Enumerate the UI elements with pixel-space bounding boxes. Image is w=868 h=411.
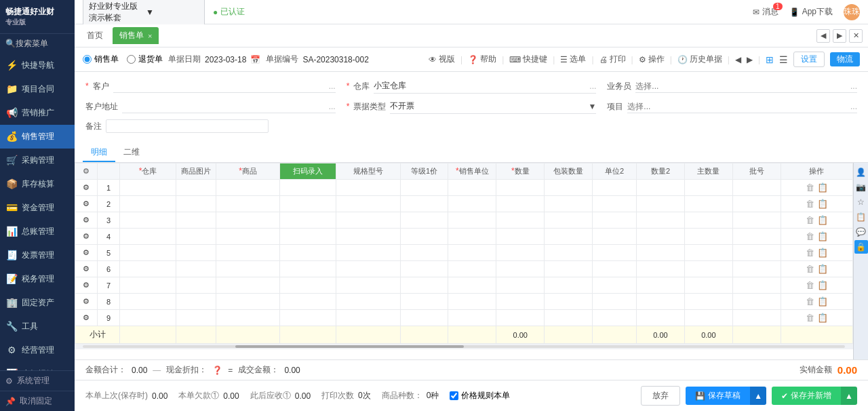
row-grade[interactable] xyxy=(400,229,448,245)
row-action[interactable]: 🗑 📋 xyxy=(781,212,852,229)
tab-detail[interactable]: 明细 xyxy=(83,144,115,162)
note-input[interactable] xyxy=(106,119,269,133)
row-spec[interactable] xyxy=(336,196,401,212)
row-qty[interactable] xyxy=(496,294,545,310)
row-pack[interactable] xyxy=(545,310,593,326)
row-pack[interactable] xyxy=(545,180,593,196)
row-spec[interactable] xyxy=(336,180,401,196)
row-spec[interactable] xyxy=(336,212,401,229)
row-action[interactable]: 🗑 📋 xyxy=(781,196,852,212)
rp-user-icon[interactable]: 👤 xyxy=(854,165,868,179)
rp-chat-icon[interactable]: 💬 xyxy=(854,225,868,239)
save-new-arrow-btn[interactable]: ▲ xyxy=(841,387,857,405)
grid-icon[interactable]: ⊞ xyxy=(766,54,774,65)
row-batch-enter[interactable] xyxy=(280,277,336,294)
row-batch[interactable] xyxy=(732,310,781,326)
delete-icon[interactable]: 🗑 xyxy=(806,231,814,241)
print-btn[interactable]: 🖨 打印 xyxy=(599,54,626,65)
row-goods[interactable] xyxy=(216,310,280,326)
row-batch[interactable] xyxy=(732,196,781,212)
company-selector[interactable]: 好业财专业版演示帐套 ▼ xyxy=(83,0,205,26)
row-unit[interactable] xyxy=(448,212,496,229)
row-img[interactable] xyxy=(176,212,216,229)
copy-icon[interactable]: 📋 xyxy=(817,264,828,274)
messages-btn[interactable]: ✉ 1 消息 xyxy=(753,6,778,18)
sidebar-item-finance[interactable]: 💳 资金管理 xyxy=(0,196,75,220)
rp-lock-icon[interactable]: 🔒 xyxy=(854,240,868,254)
row-qty2[interactable] xyxy=(637,277,685,294)
sidebar-item-tools[interactable]: 🔧 工具 xyxy=(0,315,75,338)
col-batch-enter-header[interactable]: 扫码录入 xyxy=(280,163,336,180)
row-batch[interactable] xyxy=(732,229,781,245)
radio-sales-input[interactable] xyxy=(83,55,92,64)
row-img[interactable] xyxy=(176,196,216,212)
delete-icon[interactable]: 🗑 xyxy=(806,313,814,323)
row-pack[interactable] xyxy=(545,196,593,212)
help-btn[interactable]: ❓ 帮助 xyxy=(468,54,496,65)
shortcuts-btn[interactable]: ⌨ 快捷键 xyxy=(509,54,547,65)
sidebar-item-marketing[interactable]: 📢 营销推广 xyxy=(0,101,75,125)
row-warehouse[interactable] xyxy=(120,261,176,277)
row-gear[interactable]: ⚙ xyxy=(75,261,98,277)
scrollbar[interactable] xyxy=(75,344,853,349)
row-grade[interactable] xyxy=(400,294,448,310)
row-pack[interactable] xyxy=(545,245,593,261)
row-batch-enter[interactable] xyxy=(280,310,336,326)
warehouse-dots[interactable]: ... xyxy=(589,81,596,91)
row-goods[interactable] xyxy=(216,212,280,229)
row-qty2[interactable] xyxy=(637,196,685,212)
row-gear[interactable]: ⚙ xyxy=(75,245,98,261)
row-warehouse[interactable] xyxy=(120,212,176,229)
row-action[interactable]: 🗑 📋 xyxy=(781,261,852,277)
history-btn[interactable]: 🕐 历史单据 xyxy=(677,54,722,65)
row-unit[interactable] xyxy=(448,180,496,196)
row-spec[interactable] xyxy=(336,277,401,294)
sidebar-item-reports[interactable]: 📈 小畅报销 xyxy=(0,362,75,370)
row-warehouse[interactable] xyxy=(120,229,176,245)
row-action[interactable]: 🗑 📋 xyxy=(781,310,852,326)
sidebar-unpin[interactable]: 📌 取消固定 xyxy=(0,391,75,411)
draft-arrow-btn[interactable]: ▲ xyxy=(750,387,766,405)
row-qty[interactable] xyxy=(496,261,545,277)
sidebar-item-sales[interactable]: 💰 销售管理 xyxy=(0,125,75,149)
save-new-btn[interactable]: ✔ 保存并新增 xyxy=(772,387,841,405)
user-avatar[interactable]: 珠珠 xyxy=(844,4,860,20)
row-qty[interactable] xyxy=(496,310,545,326)
row-warehouse[interactable] xyxy=(120,277,176,294)
row-gear[interactable]: ⚙ xyxy=(75,229,98,245)
row-batch[interactable] xyxy=(732,245,781,261)
price-rule-input[interactable] xyxy=(450,391,458,400)
row-grade[interactable] xyxy=(400,277,448,294)
nav-left-icon[interactable]: ◀ xyxy=(735,55,741,64)
row-unit[interactable] xyxy=(448,277,496,294)
row-main-qty[interactable] xyxy=(684,196,732,212)
close-icon[interactable]: × xyxy=(148,32,152,40)
app-download-btn[interactable]: 📱 App下载 xyxy=(789,6,833,18)
settings-btn[interactable]: 设置 xyxy=(793,52,825,67)
price-rule-checkbox[interactable]: 价格规则本单 xyxy=(450,390,510,402)
row-main-qty[interactable] xyxy=(684,180,732,196)
row-main-qty[interactable] xyxy=(684,261,732,277)
search-menu[interactable]: 🔍 搜索菜单 xyxy=(0,34,75,54)
row-qty[interactable] xyxy=(496,212,545,229)
copy-icon[interactable]: 📋 xyxy=(817,231,828,241)
discard-btn[interactable]: 放弃 xyxy=(641,386,680,406)
draft-btn[interactable]: 💾 保存草稿 xyxy=(686,387,750,405)
row-warehouse[interactable] xyxy=(120,196,176,212)
row-batch[interactable] xyxy=(732,294,781,310)
delete-icon[interactable]: 🗑 xyxy=(806,248,814,258)
row-warehouse[interactable] xyxy=(120,294,176,310)
row-img[interactable] xyxy=(176,261,216,277)
row-warehouse[interactable] xyxy=(120,180,176,196)
row-unit[interactable] xyxy=(448,294,496,310)
row-qty[interactable] xyxy=(496,180,545,196)
row-unit[interactable] xyxy=(448,261,496,277)
row-action[interactable]: 🗑 📋 xyxy=(781,180,852,196)
sidebar-item-inventory[interactable]: 📦 库存核算 xyxy=(0,172,75,196)
row-main-qty[interactable] xyxy=(684,212,732,229)
sidebar-bottom-settings[interactable]: ⚙ 系统管理 xyxy=(0,370,75,391)
tab-prev-btn[interactable]: ◀ xyxy=(816,29,830,43)
row-img[interactable] xyxy=(176,180,216,196)
row-grade[interactable] xyxy=(400,180,448,196)
row-unit2[interactable] xyxy=(593,310,637,326)
